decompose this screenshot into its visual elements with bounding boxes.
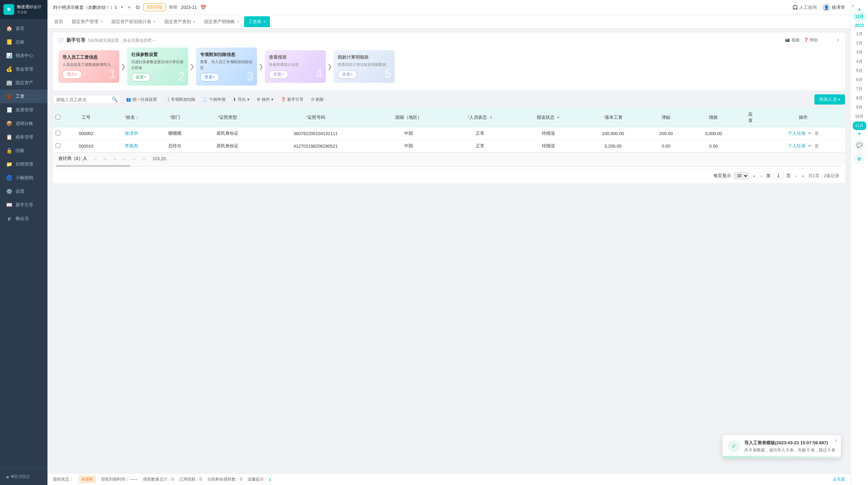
switch-version-button[interactable]: 切到旧版 <box>143 3 166 11</box>
sidebar-item-closing[interactable]: 🔒 结账 <box>0 144 47 157</box>
select-all-checkbox[interactable] <box>56 115 60 119</box>
sidebar-item-guide[interactable]: 📖 新手引导 <box>0 198 47 212</box>
tab-salary-close[interactable]: × <box>263 19 266 24</box>
row-2-delete-icon[interactable]: 🗑 <box>814 143 819 148</box>
ai-consult-button[interactable]: 🎧 人工咨询 <box>792 4 817 11</box>
sidebar-item-salary[interactable]: 💼 工资 <box>0 90 47 103</box>
panel-settings-icon[interactable]: ⚙ <box>854 153 865 164</box>
right-panel-expand-icon[interactable]: » <box>851 3 854 9</box>
sidebar-item-tax[interactable]: 📋 税务管理 <box>0 130 47 144</box>
go-auth-button[interactable]: 去充值 <box>833 477 845 482</box>
sidebar-item-member[interactable]: V 畅会员 <box>0 212 47 225</box>
tab-depreciation-close[interactable]: × <box>153 19 156 24</box>
sidebar-item-ledger[interactable]: 📒 总账 <box>0 35 47 49</box>
guide-step-2: 社保参数设置 完成社保参数设置自动计算社保公积金 设置> 2 <box>127 48 188 86</box>
tab-asset-type-close[interactable]: × <box>193 19 195 24</box>
sidebar-bottom: ◀ ◀取消固定 <box>0 468 47 485</box>
sidebar-item-home[interactable]: 🏠 首页 <box>0 22 47 35</box>
prev-page-button[interactable]: ‹ <box>760 173 764 179</box>
month-5[interactable]: 5月 <box>853 67 866 75</box>
month-12[interactable]: 12月 <box>853 13 866 21</box>
search-input[interactable] <box>56 97 111 102</box>
personal-tax-button[interactable]: 🧾 个税申报 <box>201 95 228 104</box>
cancel-fixed-button[interactable]: ◀ ◀取消固定 <box>3 472 44 482</box>
search-icon[interactable]: 🔍 <box>112 97 118 102</box>
page-number-input[interactable] <box>773 172 784 179</box>
panel-chat-icon[interactable]: 💬 <box>854 140 865 151</box>
step-2-button[interactable]: 设置> <box>131 73 151 81</box>
video-link[interactable]: 📹 视频 <box>785 37 799 43</box>
tab-asset-type[interactable]: 固定资产类别 × <box>160 16 199 27</box>
right-panel-down[interactable]: ▾ <box>857 130 861 137</box>
sidebar-item-assets-label: 固定资产 <box>16 80 33 86</box>
row-1-social-link[interactable]: 个人社保 <box>788 131 806 136</box>
sidebar-item-capital[interactable]: 💰 资金管理 <box>0 62 47 76</box>
guide-step-1: 导入员工工资信息 人员信息及工资数据新增导入 导入> 1 <box>58 50 119 83</box>
row-1-checkbox[interactable] <box>56 131 60 135</box>
row-2-name-link[interactable]: 李俊杰 <box>125 143 138 148</box>
account-settings-button[interactable]: ⚙ <box>135 4 140 11</box>
step-1-button[interactable]: 导入> <box>62 70 82 79</box>
next-page-button[interactable]: › <box>793 173 797 179</box>
refresh-icon: ↺ <box>311 97 314 102</box>
tab-home[interactable]: 首页 <box>50 16 67 27</box>
sidebar-item-settings[interactable]: ⚙️ 设置 <box>0 185 47 198</box>
first-page-button[interactable]: « <box>751 173 756 179</box>
toast-close-button[interactable]: × <box>835 438 837 443</box>
month-3[interactable]: 3月 <box>853 48 866 57</box>
operation-button[interactable]: ⚙ 操作 ▾ <box>255 95 275 104</box>
row-1-edit-icon[interactable]: ✏ <box>808 131 812 136</box>
step-3-title: 专项附加扣除信息 <box>200 52 253 58</box>
sidebar-item-invoice[interactable]: 🧾 发票管理 <box>0 103 47 117</box>
add-person-button[interactable]: 添加人员 ▾ <box>814 94 845 105</box>
per-page-select[interactable]: 10 20 50 <box>734 172 749 180</box>
sidebar-item-reports[interactable]: 📊 报表中心 <box>0 49 47 62</box>
social-security-button[interactable]: 👥 统一社保设置 <box>124 95 159 104</box>
col-header-idnum: *证照号码 <box>259 108 372 127</box>
guide-btn[interactable]: ❓ 新手引导 <box>279 95 305 104</box>
sidebar-item-expense[interactable]: 🌀 小畅报销 <box>0 171 47 185</box>
account-dropdown-icon[interactable]: ▾ <box>121 5 123 10</box>
month-11[interactable]: 11月 <box>853 122 866 130</box>
operation-icon: ⚙ <box>257 97 260 102</box>
calendar-icon[interactable]: 📅 <box>200 5 206 10</box>
row-2-social-link[interactable]: 个人社保 <box>788 143 806 148</box>
right-panel-up[interactable]: ▴ <box>857 5 861 12</box>
tab-assets[interactable]: 固定资产管理 × <box>68 16 107 27</box>
tax-deduct-button[interactable]: 📑 专项附加扣除 <box>162 95 197 104</box>
month-10[interactable]: 10月 <box>853 112 866 121</box>
guide-close-button[interactable]: × <box>837 37 840 43</box>
tab-assets-close[interactable]: × <box>100 19 103 24</box>
tab-asset-detail-close[interactable]: × <box>237 19 239 24</box>
sidebar-item-archive[interactable]: 📁 归档管理 <box>0 157 47 171</box>
step-4-button[interactable]: 查看> <box>269 70 288 79</box>
help-link[interactable]: ❓ 帮助 <box>804 37 818 43</box>
horizontal-scrollbar[interactable] <box>56 165 842 167</box>
month-8[interactable]: 8月 <box>853 94 866 102</box>
step-3-button[interactable]: 查看> <box>200 73 219 81</box>
last-page-button[interactable]: » <box>800 173 805 179</box>
month-2[interactable]: 2月 <box>853 39 866 48</box>
export-button[interactable]: ⬇ 导出 ▾ <box>231 95 251 104</box>
row-2-actions: 个人社保 ✏ 🗑 <box>762 140 845 152</box>
row-1-name-link[interactable]: 徐泽华 <box>125 131 138 136</box>
tab-asset-type-label: 固定资产类别 <box>164 19 191 25</box>
row-1-payable <box>739 127 762 140</box>
tab-depreciation[interactable]: 固定资产折旧统计表 × <box>107 16 160 27</box>
row-1-delete-icon[interactable]: 🗑 <box>814 131 819 136</box>
month-9[interactable]: 9月 <box>853 103 866 112</box>
month-6[interactable]: 6月 <box>853 76 866 84</box>
month-7[interactable]: 7月 <box>853 85 866 93</box>
row-2-edit-icon[interactable]: ✏ <box>808 143 812 148</box>
tab-salary-table[interactable]: 工资表 × <box>244 16 270 27</box>
tab-asset-detail[interactable]: 固定资产明细账 × <box>200 16 243 27</box>
sidebar-item-inventory[interactable]: 📦 进销台账 <box>0 117 47 130</box>
refresh-button[interactable]: ↺ 刷新 <box>309 95 326 104</box>
sidebar-item-assets[interactable]: 🏢 固定资产 <box>0 76 47 90</box>
step-5-button[interactable]: 查看> <box>338 70 357 79</box>
add-account-button[interactable]: ＋ <box>126 4 132 11</box>
month-1[interactable]: 1月 <box>853 30 866 38</box>
closing-icon: 🔒 <box>6 148 12 154</box>
row-2-checkbox[interactable] <box>56 143 60 148</box>
month-4[interactable]: 4月 <box>853 57 866 66</box>
